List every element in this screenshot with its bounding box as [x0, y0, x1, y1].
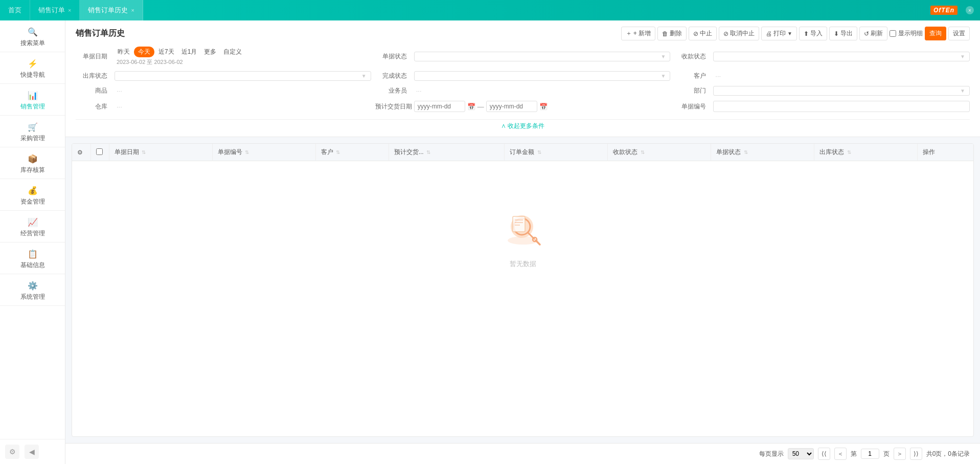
- settings-bottom-icon[interactable]: ⚙: [5, 445, 19, 459]
- filter-delivery-status-cell: 出库状态 ▼: [76, 71, 371, 81]
- receipt-status-select[interactable]: ▼: [713, 52, 970, 61]
- collapse-sidebar-icon[interactable]: ◀: [25, 445, 39, 459]
- th-settings[interactable]: ⚙: [72, 144, 90, 161]
- per-page-select[interactable]: 50 10 20 100: [788, 448, 814, 459]
- sidebar-item-search[interactable]: 🔍 搜索菜单: [0, 20, 65, 52]
- salesperson-input[interactable]: ···: [414, 87, 424, 95]
- prev-page-btn[interactable]: ＜: [834, 448, 847, 460]
- product-input[interactable]: ···: [115, 87, 124, 95]
- th-customer[interactable]: 客户 ⇅: [315, 144, 389, 161]
- customer-label: 客户: [674, 72, 710, 80]
- per-page-label: 每页显示: [759, 450, 784, 458]
- warehouse-label: 仓库: [76, 102, 111, 111]
- th-amount[interactable]: 订单金额 ⇅: [505, 144, 608, 161]
- refresh-button[interactable]: ↺ 刷新: [859, 27, 887, 40]
- tab-home[interactable]: 首页: [0, 0, 30, 20]
- refresh-icon: ↺: [864, 30, 869, 37]
- th-delivery-status[interactable]: 出库状态 ⇅: [814, 144, 918, 161]
- tab-sales-order-history[interactable]: 销售订单历史 ×: [80, 0, 143, 20]
- date-tab-1month[interactable]: 近1月: [178, 47, 200, 57]
- sort-customer-icon: ⇅: [336, 149, 340, 155]
- filter-row-4: 仓库 ··· 预计交货日期 📅 — 📅: [76, 101, 970, 112]
- new-button[interactable]: ＋ + 新增: [621, 27, 655, 40]
- calendar-end-icon[interactable]: 📅: [539, 103, 548, 111]
- sidebar-item-sales[interactable]: 📊 销售管理: [0, 84, 65, 116]
- th-receipt-status[interactable]: 收款状态 ⇅: [608, 144, 711, 161]
- warehouse-input[interactable]: ···: [115, 103, 124, 111]
- display-toggle[interactable]: 显示明细: [890, 29, 923, 38]
- tab-sales-order-close[interactable]: ×: [68, 7, 71, 13]
- th-checkbox[interactable]: [90, 144, 109, 161]
- complete-status-select[interactable]: ▼: [414, 71, 671, 81]
- delivery-date-end[interactable]: [486, 101, 537, 112]
- date-tab-custom[interactable]: 自定义: [220, 47, 245, 57]
- page-number-input[interactable]: [861, 449, 879, 459]
- sort-delivery-icon: ⇅: [426, 149, 430, 155]
- export-icon: ⬇: [834, 30, 839, 37]
- th-date[interactable]: 单据日期 ⇅: [109, 144, 212, 161]
- calendar-start-icon[interactable]: 📅: [467, 103, 475, 111]
- sidebar-item-basic-info[interactable]: 📋 基础信息: [0, 242, 65, 274]
- stop-button[interactable]: ⊘ 中止: [689, 27, 717, 40]
- total-records: 共0页，0条记录: [926, 450, 970, 458]
- main-layout: 🔍 搜索菜单 ⚡ 快捷导航 📊 销售管理 🛒 采购管理 📦 库存核算 💰 资金管…: [0, 20, 980, 464]
- date-dash: —: [477, 103, 484, 111]
- delivery-status-select[interactable]: ▼: [115, 71, 371, 81]
- purchase-icon: 🛒: [28, 122, 38, 132]
- delivery-date-start[interactable]: [414, 101, 465, 112]
- settings-button[interactable]: 设置: [948, 27, 970, 40]
- th-delivery-date[interactable]: 预计交货... ⇅: [389, 144, 505, 161]
- topbar: 首页 销售订单 × 销售订单历史 × OfTEn ×: [0, 0, 980, 20]
- sidebar-item-purchase[interactable]: 🛒 采购管理: [0, 116, 65, 147]
- export-button[interactable]: ⬇ 导出: [829, 27, 857, 40]
- sidebar-item-finance[interactable]: 💰 资金管理: [0, 179, 65, 211]
- next-page-btn[interactable]: ＞: [894, 448, 906, 460]
- new-icon: ＋: [626, 29, 632, 38]
- delete-button[interactable]: 🗑 删除: [657, 27, 687, 40]
- tab-sales-order[interactable]: 销售订单 ×: [30, 0, 80, 20]
- sidebar-item-inventory[interactable]: 📦 库存核算: [0, 147, 65, 179]
- bill-number-input[interactable]: [713, 101, 970, 112]
- topbar-window-close[interactable]: ×: [966, 6, 974, 14]
- bill-status-select[interactable]: ▼: [414, 52, 671, 61]
- tab-sales-order-label: 销售订单: [38, 6, 65, 15]
- date-tab-7days[interactable]: 近7天: [155, 47, 177, 57]
- date-tab-yesterday[interactable]: 昨天: [115, 47, 133, 57]
- empty-text: 暂无数据: [510, 259, 536, 269]
- sidebar-item-finance-label: 资金管理: [20, 197, 45, 206]
- sidebar-item-operations[interactable]: 📈 经营管理: [0, 211, 65, 242]
- th-bill-status[interactable]: 单据状态 ⇅: [711, 144, 814, 161]
- customer-input[interactable]: ···: [713, 72, 723, 80]
- print-icon: 🖨: [766, 30, 772, 37]
- cancel-stop-button[interactable]: ⊘ 取消中止: [719, 27, 759, 40]
- filter-row-2: 出库状态 ▼ 完成状态 ▼ 客户: [76, 71, 970, 81]
- date-tab-today[interactable]: 今天: [134, 47, 154, 57]
- empty-icon: [497, 202, 549, 253]
- filter-section: 单据日期 昨天 今天 近7天 近1月 更多 自定义 2023-06-02 至 2…: [76, 47, 970, 137]
- tab-sales-order-history-close[interactable]: ×: [131, 7, 134, 13]
- select-all-checkbox[interactable]: [96, 148, 103, 155]
- sidebar-item-nav-label: 快捷导航: [20, 71, 45, 79]
- expected-delivery-label: 预计交货日期: [375, 102, 411, 111]
- query-button[interactable]: 查询: [925, 27, 946, 40]
- sidebar-item-nav[interactable]: ⚡ 快捷导航: [0, 52, 65, 84]
- page-title: 销售订单历史: [76, 28, 125, 39]
- import-button[interactable]: ⬆ 导入: [799, 27, 827, 40]
- sidebar-item-sales-label: 销售管理: [20, 102, 45, 111]
- complete-status-label: 完成状态: [375, 72, 411, 80]
- first-page-btn[interactable]: ⟨⟨: [818, 448, 830, 460]
- last-page-btn[interactable]: ⟩⟩: [910, 448, 922, 460]
- sidebar-item-system[interactable]: ⚙️ 系统管理: [0, 274, 65, 306]
- department-select[interactable]: ▼: [713, 86, 970, 96]
- search-icon: 🔍: [28, 27, 38, 37]
- content-area: 销售订单历史 ＋ + 新增 🗑 删除 ⊘ 中止 ⊘: [65, 20, 980, 464]
- complete-status-chevron: ▼: [660, 73, 666, 79]
- collapse-bar[interactable]: ∧ 收起更多条件: [76, 119, 970, 132]
- import-icon: ⬆: [804, 30, 809, 37]
- display-checkbox[interactable]: [890, 30, 896, 37]
- filter-bill-status-cell: 单据状态 ▼: [375, 52, 671, 61]
- date-tab-more[interactable]: 更多: [201, 47, 219, 57]
- th-bill-number[interactable]: 单据编号 ⇅: [212, 144, 315, 161]
- department-label: 部门: [674, 86, 710, 95]
- print-button[interactable]: 🖨 打印 ▼: [761, 27, 797, 40]
